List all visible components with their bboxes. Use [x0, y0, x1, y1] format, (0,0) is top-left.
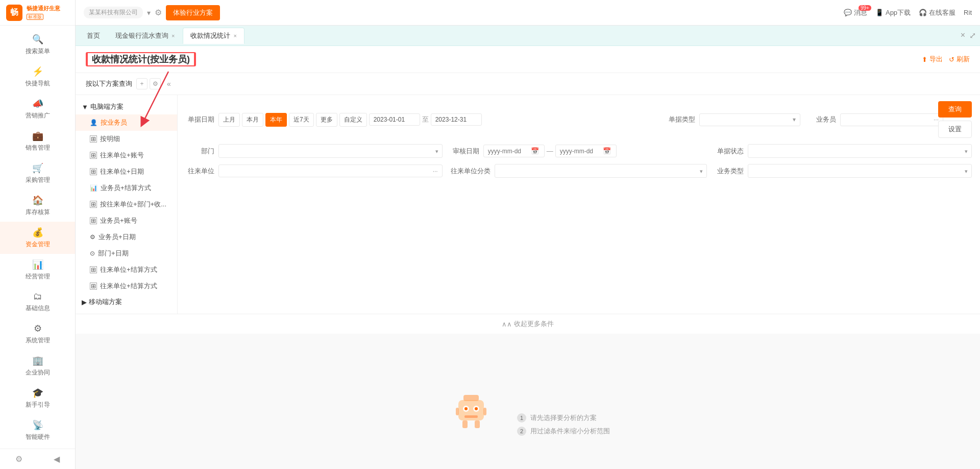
app-icon: 📱 [875, 9, 884, 16]
scheme-group-mobile: ▶ 移动端方案 [76, 294, 177, 310]
header-settings-icon[interactable]: ⚙ [155, 8, 162, 17]
bill-status-select[interactable] [748, 144, 972, 158]
sidebar-item-label: 基础信息 [26, 304, 50, 313]
sidebar-item-purchase[interactable]: 🛒 采购管理 [0, 157, 75, 190]
collapse-bar[interactable]: ∧∧ 收起更多条件 [76, 314, 980, 334]
scheme-item-partner-dept[interactable]: ⊞ 按往来单位+部门+收... [76, 196, 177, 213]
sidebar-item-inventory[interactable]: 🏠 库存核算 [0, 190, 75, 222]
scheme-item-by-detail[interactable]: ⊞ 按明细 [76, 131, 177, 147]
sidebar-item-label: 系统管理 [26, 336, 50, 345]
partner-text[interactable] [223, 167, 430, 175]
query-button[interactable]: 查询 [938, 101, 972, 118]
biz-type-select[interactable] [748, 164, 972, 178]
scheme-item-dept-date[interactable]: ⊙ 部门+日期 [76, 245, 177, 262]
sidebar-item-marketing[interactable]: 📣 营销推广 [0, 93, 75, 125]
scheme-group-header-mobile[interactable]: ▶ 移动端方案 [76, 294, 177, 310]
tab-home[interactable]: 首页 [80, 28, 107, 43]
filter-collapse-btn[interactable]: « [167, 80, 171, 88]
window-close-btn[interactable]: × [961, 31, 965, 40]
scheme-item-partner-settle2[interactable]: ⊞ 往来单位+结算方式 [76, 278, 177, 294]
sidebar-collapse-btn[interactable]: ◀ [54, 454, 60, 464]
scheme-item-partner-settle1[interactable]: ⊞ 往来单位+结算方式 [76, 262, 177, 278]
filter-row-1: 单据日期 上月 本月 本年 近7天 更多 自定义 至 [186, 101, 972, 138]
export-button[interactable]: ⬆ 导出 [922, 55, 943, 64]
date-btn-7days[interactable]: 近7天 [289, 113, 314, 127]
bill-type-more-icon[interactable]: ▾ [793, 116, 796, 123]
tip-num-2: 2 [517, 427, 526, 436]
scheme-item-staff-date[interactable]: ⚙ 业务员+日期 [76, 229, 177, 245]
tabs-bar: 首页 现金银行流水查询 × 收款情况统计 × × ⤢ [76, 26, 980, 46]
trial-button[interactable]: 体验行业方案 [166, 5, 220, 20]
user-button[interactable]: Rit [964, 9, 972, 16]
partner-input[interactable]: ··· [218, 165, 443, 177]
app-download-button[interactable]: 📱 App下载 [875, 8, 911, 17]
sidebar-item-label: 库存核算 [26, 208, 50, 217]
date-to-input[interactable] [431, 113, 482, 126]
date-btn-custom[interactable]: 自定义 [339, 113, 367, 127]
header-dropdown-icon[interactable]: ▾ [147, 9, 151, 17]
scheme-item-partner-date[interactable]: ⊞ 往来单位+日期 [76, 163, 177, 180]
scheme-item-partner-account[interactable]: ⊞ 往来单位+账号 [76, 147, 177, 163]
bank-flow-tab-close[interactable]: × [172, 33, 175, 39]
scheme-item-staff-settle[interactable]: 📊 业务员+结算方式 [76, 180, 177, 196]
service-button[interactable]: 🎧 在线客服 [919, 8, 955, 17]
partner-more-icon[interactable]: ··· [433, 168, 438, 175]
empty-state: 1 请先选择要分析的方案 2 用过滤条件来缩小分析范围 [435, 354, 620, 466]
audit-to-input[interactable]: 📅 [555, 145, 617, 157]
empty-tips: 1 请先选择要分析的方案 2 用过滤条件来缩小分析范围 [517, 413, 610, 436]
top-header: 某某科技有限公司 ▾ ⚙ 体验行业方案 💬 消息 99+ 📱 App下载 🎧 在… [76, 0, 980, 26]
filter-row-2: 部门 审核日期 [186, 144, 972, 158]
dept-select[interactable] [218, 144, 443, 158]
bill-type-text[interactable] [704, 116, 790, 124]
home-tab-label: 首页 [87, 31, 100, 40]
sidebar-item-corp[interactable]: 🏢 企业协同 [0, 350, 75, 382]
audit-from-input[interactable]: 📅 [483, 145, 545, 157]
staff-input[interactable]: ··· [840, 113, 943, 126]
sidebar-item-finance[interactable]: 💰 资金管理 [0, 222, 75, 254]
scheme-group-header-desktop[interactable]: ▼ 电脑端方案 [76, 99, 177, 114]
scheme-item-staff-account[interactable]: ⊞ 业务员+账号 [76, 213, 177, 229]
bill-type-label: 单据类型 [667, 115, 695, 124]
tab-bank-flow[interactable]: 现金银行流水查询 × [108, 28, 182, 43]
partner-category-select-wrapper [495, 164, 707, 178]
collection-tab-close[interactable]: × [233, 33, 236, 39]
date-from-input[interactable] [369, 113, 420, 126]
sidebar-item-label: 销售管理 [26, 144, 50, 152]
sidebar-item-search[interactable]: 🔍 搜索菜单 [0, 29, 75, 61]
sidebar-item-system[interactable]: ⚙ 系统管理 [0, 318, 75, 350]
sidebar-item-label: 快捷导航 [26, 79, 50, 88]
search-menu-icon: 🔍 [32, 34, 43, 45]
message-button[interactable]: 💬 消息 99+ [844, 8, 867, 17]
sidebar-item-operation[interactable]: 📊 经营管理 [0, 254, 75, 286]
sidebar-item-guide[interactable]: 🎓 新手引导 [0, 382, 75, 414]
sidebar-item-hardware[interactable]: 📡 智能硬件 [0, 414, 75, 447]
message-icon: 💬 [844, 9, 852, 16]
window-maximize-btn[interactable]: ⤢ [969, 31, 976, 40]
scheme-item-label: 往来单位+日期 [100, 167, 144, 176]
date-btn-this-year[interactable]: 本年 [265, 113, 287, 127]
staff-text[interactable] [845, 116, 930, 124]
operation-icon: 📊 [32, 259, 43, 270]
sidebar-item-basic[interactable]: 🗂 基础信息 [0, 286, 75, 318]
date-btn-this-month[interactable]: 本月 [242, 113, 263, 127]
scheme-settings-btn[interactable]: ⚙ [150, 78, 161, 89]
sidebar-settings-btn[interactable]: ⚙ [15, 454, 22, 464]
settings-button[interactable]: 设置 [938, 121, 972, 138]
date-btn-more[interactable]: 更多 [316, 113, 337, 127]
sidebar-item-sales[interactable]: 💼 销售管理 [0, 125, 75, 157]
add-scheme-btn[interactable]: + [136, 78, 148, 89]
bill-type-field: 单据类型 ▾ [667, 113, 799, 126]
sidebar-item-label: 智能硬件 [26, 433, 50, 441]
date-btn-last-month[interactable]: 上月 [218, 113, 240, 127]
refresh-button[interactable]: ↺ 刷新 [949, 55, 970, 64]
partner-category-select[interactable] [495, 164, 707, 178]
audit-from-text[interactable] [488, 148, 529, 155]
sidebar-item-quick-nav[interactable]: ⚡ 快捷导航 [0, 61, 75, 93]
audit-to-text[interactable] [560, 148, 601, 155]
scheme-item-by-staff[interactable]: 👤 按业务员 [76, 114, 177, 131]
page-content: 收款情况统计(按业务员) ⬆ 导出 ↺ 刷新 按以下方案查询 + [76, 46, 980, 469]
bill-type-input[interactable]: ▾ [699, 113, 800, 126]
breadcrumb[interactable]: 某某科技有限公司 [84, 7, 143, 18]
tab-collection[interactable]: 收款情况统计 × [183, 28, 244, 44]
collection-tab-label: 收款情况统计 [190, 31, 230, 40]
